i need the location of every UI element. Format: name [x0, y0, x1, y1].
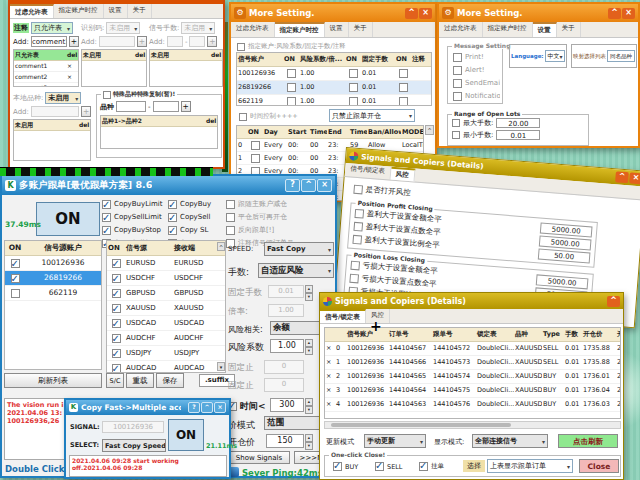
minimize-button[interactable]: ^ [405, 8, 418, 19]
checkbox[interactable] [11, 274, 20, 283]
checkbox[interactable] [226, 200, 235, 209]
table-row[interactable]: Notification! [451, 90, 500, 103]
minimize-button[interactable]: ^ [201, 402, 213, 413]
table-row[interactable]: 268192661.000.01 [237, 81, 431, 95]
table-row[interactable]: EURUSDEURUSD [107, 256, 225, 271]
table-row[interactable]: ×0100126936144104567144104572DoubleCli..… [325, 342, 620, 356]
close-button[interactable]: × [419, 8, 432, 19]
checkbox[interactable] [112, 304, 121, 313]
add-lots-button[interactable]: + [207, 36, 217, 47]
add-comment-button[interactable]: + [69, 36, 79, 47]
tab-account-timectl[interactable]: 指定账户时控 [483, 22, 533, 37]
table-row[interactable]: USDJPYUSDJPY [107, 346, 225, 361]
close-button[interactable]: × [214, 402, 226, 413]
close-button[interactable]: × [629, 172, 640, 184]
table-row[interactable]: Alert! [451, 64, 500, 77]
checkbox[interactable] [112, 259, 121, 268]
close-button[interactable]: Close [579, 459, 619, 473]
table-row[interactable]: ×1100126936144104566144104573DoubleCli..… [325, 356, 620, 370]
table-row[interactable]: comment3× [14, 83, 78, 87]
table-row[interactable]: 100126936 [5, 256, 101, 271]
time-filter-spinner[interactable]: ▴▾ [305, 398, 313, 412]
show-signals-button[interactable]: Show Signals [228, 451, 290, 464]
profit-percent-checkbox[interactable] [352, 234, 362, 244]
fixed-sl-input[interactable]: 0 [264, 360, 304, 374]
special-mapping-checkbox[interactable] [103, 91, 111, 99]
tab-signals-locklist[interactable]: 信号/锁定表 [320, 309, 366, 323]
table-row[interactable]: CopyBuyLimit [100, 198, 166, 211]
delete-icon[interactable]: × [325, 342, 335, 355]
table-row[interactable]: ×3100126936144104564144104575DoubleCli..… [325, 384, 620, 398]
close-pending-checkbox[interactable] [419, 462, 428, 471]
titlebar[interactable]: ⚙ More Setting. ^× [231, 4, 435, 22]
delete-icon[interactable]: × [66, 72, 78, 82]
loss-points-checkbox[interactable] [349, 273, 359, 283]
close-buy-checkbox[interactable] [333, 462, 342, 471]
checkbox[interactable] [287, 83, 296, 92]
speed-select[interactable]: Fast Copy Speed▾ [102, 439, 166, 452]
refresh-list-button[interactable]: 刷新列表 [4, 373, 102, 388]
table-row[interactable]: Print! [451, 51, 500, 64]
tab-about[interactable]: 关于 [349, 22, 373, 37]
update-mode-select[interactable]: 手动更新▾ [364, 434, 426, 448]
idcode-input[interactable] [99, 36, 135, 47]
checkbox[interactable] [287, 69, 296, 78]
comment-mode-select[interactable]: 只允许表▾ [31, 22, 73, 34]
max-lots-input[interactable]: 20.00 [496, 118, 540, 128]
profit-amount-checkbox[interactable] [355, 208, 365, 218]
table-row[interactable]: SendEmail! [451, 77, 500, 90]
sc-button[interactable]: S/C [106, 373, 124, 388]
titlebar[interactable]: K Copy Fast->Multiple accounts ?^× [66, 400, 229, 415]
fixed-lots-input[interactable]: 0.01 [268, 285, 304, 298]
tab-about[interactable]: 关于 [128, 4, 152, 18]
table-row[interactable]: ×2100126936144104565144104574DoubleCli..… [325, 370, 620, 384]
add-idcode-button[interactable]: + [137, 36, 147, 47]
table-row[interactable]: XAUUSDXAUUSD [107, 301, 225, 316]
titlebar[interactable]: ⚙ More Setting. ^× [439, 4, 638, 22]
table-row[interactable]: comment1× [14, 61, 78, 72]
reload-button[interactable]: 重载 [126, 373, 154, 388]
checkbox[interactable] [168, 200, 177, 209]
checkbox[interactable] [226, 213, 235, 222]
tab-settings[interactable]: 设置 [325, 22, 349, 37]
checkbox[interactable] [112, 349, 121, 358]
symbol-to-input[interactable] [153, 101, 179, 112]
help-button[interactable]: ? [188, 402, 200, 413]
table-row[interactable]: comment2× [14, 72, 78, 83]
table-row[interactable]: CopySellLimit [100, 211, 166, 224]
max-lots-checkbox[interactable] [452, 119, 460, 127]
checkbox[interactable] [112, 319, 121, 328]
on-button[interactable]: ON [168, 419, 204, 451]
table-row[interactable]: 跟随主账户减仓 [224, 198, 336, 211]
checkbox[interactable] [453, 53, 462, 62]
checkbox[interactable] [11, 259, 20, 268]
tab-settings[interactable]: 设置 [533, 22, 557, 37]
minimize-button[interactable]: ^ [608, 8, 621, 19]
checkbox[interactable] [168, 213, 177, 222]
scroll-down-icon[interactable]: ▾ [217, 362, 225, 371]
delete-icon[interactable]: × [325, 356, 335, 369]
per-account-checkbox[interactable] [237, 43, 245, 51]
speed-select[interactable]: Fast Copy▾ [264, 242, 334, 256]
tab-filter-allow[interactable]: 过虑允许表 [231, 22, 275, 37]
minimize-button[interactable]: ^ [615, 171, 629, 183]
checkbox[interactable] [349, 97, 358, 106]
checkbox[interactable] [251, 154, 260, 163]
tab-settings[interactable]: 设置 [104, 4, 128, 18]
delete-icon[interactable]: × [66, 83, 78, 87]
table-row[interactable]: CopyBuyStop [100, 224, 166, 237]
checkbox[interactable] [399, 97, 408, 106]
help-button[interactable]: ? [285, 179, 300, 192]
local-symbol-input[interactable] [31, 106, 79, 117]
table-row[interactable]: 6621191.000.01 [237, 95, 431, 106]
table-row[interactable]: CopyBuy [166, 198, 222, 211]
fixed-lots-spinner[interactable]: ▴▾ [305, 285, 313, 298]
table-row[interactable]: ×4100126936144104563144104576DoubleCli..… [325, 398, 620, 412]
lots-mode-select[interactable]: 自适应风险▾ [258, 263, 334, 278]
table-row[interactable]: 1001269361.000.01 [237, 67, 431, 81]
table-row[interactable]: AUDCADAUDCAD [107, 361, 225, 373]
risk-enable-checkbox[interactable] [353, 184, 363, 194]
minimize-button[interactable]: ^ [607, 296, 620, 307]
display-mode-select[interactable]: 全部连接信号▾ [472, 434, 548, 448]
delete-icon[interactable]: × [325, 384, 335, 397]
